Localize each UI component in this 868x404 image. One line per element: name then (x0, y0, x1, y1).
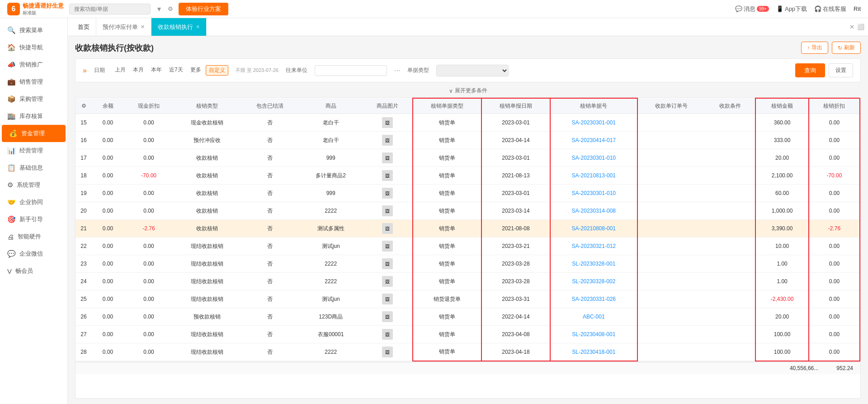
cell-balance: 0.00 (92, 185, 124, 202)
close-prepay-tab[interactable]: ✕ (141, 24, 145, 30)
cell-wo-bill-no[interactable]: SA-20230301-010 (550, 149, 637, 167)
sidebar-item-hardware[interactable]: 🖨 智能硬件 (0, 228, 67, 245)
date-btn-7days[interactable]: 近7天 (166, 65, 186, 76)
cell-receipt-condition (705, 255, 755, 273)
cell-wo-bill-no[interactable]: SL-20230408-001 (550, 326, 637, 343)
sidebar-item-marketing[interactable]: 📣 营销推广 (0, 56, 67, 73)
cell-receipt-order-no (637, 114, 705, 132)
sidebar-item-wechat[interactable]: 💬 企业微信 (0, 245, 67, 262)
gear-icon[interactable]: ⚙ (168, 5, 173, 12)
cell-wo-bill-no[interactable]: SA-20210813-001 (550, 167, 637, 185)
export-icon: ↑ (807, 45, 810, 51)
sidebar-item-sales[interactable]: 💼 销售管理 (0, 73, 67, 90)
cell-wo-bill-no[interactable]: SA-20230301-001 (550, 114, 637, 132)
dropdown-icon[interactable]: ▼ (156, 5, 162, 13)
message-btn[interactable]: 💬 消息 99+ (735, 5, 769, 13)
table-row: 16 0.00 0.00 预付冲应收 否 老白干 🖼 销货单 2023-04-1… (75, 132, 860, 149)
cell-product: 2222 (299, 255, 363, 273)
cell-product: 999 (299, 149, 363, 167)
cell-cash-discount: 0.00 (124, 290, 174, 308)
cell-wo-bill-type: 销货单 (413, 255, 481, 273)
tab-writeoff[interactable]: 收款核销执行 ✕ (151, 18, 207, 36)
date-label: 日期 (94, 67, 105, 74)
cell-balance: 0.00 (92, 167, 124, 185)
bill-type-select[interactable] (436, 65, 509, 76)
counterparty-dots[interactable]: ··· (394, 67, 400, 75)
cell-wo-bill-type: 销货单 (413, 343, 481, 361)
cell-product-image: 🖼 (363, 326, 413, 343)
cell-wo-bill-no[interactable]: SA-20210808-001 (550, 220, 637, 238)
cell-wo-bill-no[interactable]: SA-20230301-010 (550, 185, 637, 202)
cell-settled: 否 (241, 132, 299, 149)
table-row: 26 0.00 0.00 预收款核销 否 123D商品 🖼 销货单 2022-0… (75, 308, 860, 326)
query-btn[interactable]: 查询 (795, 63, 825, 77)
cell-wo-bill-date: 2023-03-28 (481, 255, 550, 273)
cell-wo-amount: 2,100.00 (755, 167, 808, 185)
refresh-btn[interactable]: ↻ 刷新 (832, 42, 861, 54)
th-gear[interactable]: ⚙ (75, 98, 92, 114)
sidebar-item-basic-info[interactable]: 📋 基础信息 (0, 159, 67, 176)
maximize-btn[interactable]: ⬜ (857, 24, 864, 30)
cell-wo-bill-type: 销货单 (413, 132, 481, 149)
counterparty-input[interactable] (315, 65, 387, 76)
close-all-tabs-btn[interactable]: ✕ (849, 24, 854, 30)
table-row: 21 0.00 -2.76 收款核销 否 测试多属性 🖼 销货单 2021-08… (75, 220, 860, 238)
cell-wo-amount: 333.00 (755, 132, 808, 149)
top-bar-right: 💬 消息 99+ 📱 App下载 🎧 在线客服 Rit (735, 5, 861, 13)
cell-receipt-order-no (637, 220, 705, 238)
export-btn[interactable]: ↑ 导出 (801, 42, 828, 54)
expand-more[interactable]: ∨ 展开更多条件 (75, 87, 861, 95)
search-input[interactable] (69, 4, 151, 14)
cell-settled: 否 (241, 326, 299, 343)
date-btn-custom[interactable]: 自定义 (206, 65, 228, 76)
sidebar-item-system[interactable]: ⚙ 系统管理 (0, 176, 67, 194)
sidebar-item-search[interactable]: 🔍 搜索菜单 (0, 22, 67, 39)
sidebar-item-operations[interactable]: 📊 经营管理 (0, 142, 67, 159)
expand-arrow[interactable]: » (83, 67, 87, 75)
cell-wo-discount: 0.00 (809, 185, 860, 202)
close-writeoff-tab[interactable]: ✕ (196, 24, 200, 30)
table-row: 15 0.00 0.00 现金收款核销 否 老白干 🖼 销货单 2023-03-… (75, 114, 860, 132)
sidebar-item-nav[interactable]: 🏠 快捷导航 (0, 39, 67, 56)
cell-id: 17 (75, 149, 92, 167)
tab-prepay[interactable]: 预付冲应付单 ✕ (96, 18, 151, 36)
cell-wo-bill-no[interactable]: SL-20230328-001 (550, 255, 637, 273)
sidebar-item-finance[interactable]: 💰 资金管理 (2, 125, 66, 142)
cell-receipt-order-no (637, 238, 705, 255)
setting-btn[interactable]: 设置 (829, 63, 853, 77)
cell-wo-bill-no[interactable]: SL-20230418-001 (550, 343, 637, 361)
date-btn-last-month[interactable]: 上月 (112, 65, 128, 76)
footer-wo-discount: 952.24 (836, 365, 853, 371)
cell-balance: 0.00 (92, 308, 124, 326)
online-service-btn[interactable]: 🎧 在线客服 (814, 5, 846, 13)
cell-wo-bill-type: 销货单 (413, 220, 481, 238)
cell-wo-bill-no[interactable]: SL-20230328-002 (550, 273, 637, 290)
app-download-btn[interactable]: 📱 App下载 (776, 5, 807, 13)
cell-wo-bill-no[interactable]: SA-20230321-012 (550, 238, 637, 255)
solution-btn[interactable]: 体验行业方案 (179, 3, 228, 15)
th-wo-bill-date: 核销单报日期 (481, 98, 550, 114)
search-icon: 🔍 (7, 26, 16, 34)
date-btn-this-month[interactable]: 本月 (130, 65, 146, 76)
cell-balance: 0.00 (92, 343, 124, 361)
sidebar-item-purchase[interactable]: 📦 采购管理 (0, 90, 67, 108)
cell-wo-amount: 1,000.00 (755, 202, 808, 220)
cell-wo-bill-no[interactable]: SA-20230314-008 (550, 202, 637, 220)
sidebar-item-guide[interactable]: 🎯 新手引导 (0, 211, 67, 228)
cell-id: 23 (75, 255, 92, 273)
date-btn-this-year[interactable]: 本年 (148, 65, 165, 76)
cell-receipt-condition (705, 290, 755, 308)
table-footer: 40,556,66... 952.24 (75, 361, 860, 374)
cell-receipt-order-no (637, 132, 705, 149)
sidebar-item-member[interactable]: V 畅会员 (0, 262, 67, 280)
cell-write-off-type: 现结收款核销 (174, 290, 241, 308)
sidebar-item-inventory[interactable]: 🏬 库存核算 (0, 108, 67, 125)
cell-wo-bill-no[interactable]: SA-20230414-017 (550, 132, 637, 149)
cell-wo-bill-no[interactable]: SA-20230331-026 (550, 290, 637, 308)
sidebar-item-collab[interactable]: 🤝 企业协同 (0, 194, 67, 211)
cell-receipt-condition (705, 202, 755, 220)
cell-wo-bill-no[interactable]: ABC-001 (550, 308, 637, 326)
tab-home[interactable]: 首页 (71, 18, 96, 36)
cell-id: 26 (75, 308, 92, 326)
date-btn-more[interactable]: 更多 (188, 65, 204, 76)
